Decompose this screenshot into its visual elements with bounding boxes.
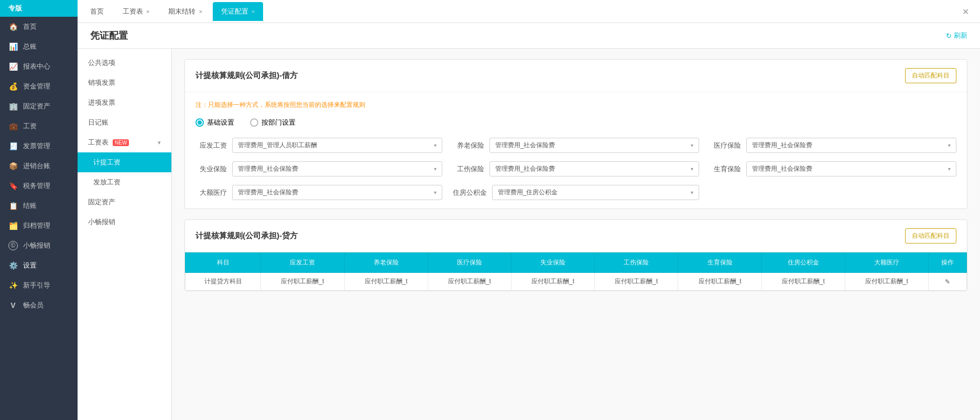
sidebar-item-ledger[interactable]: 📊 总账 — [0, 37, 78, 57]
dept-setting-radio[interactable]: 按部门设置 — [250, 118, 296, 127]
nav-purchase-invoice-label: 进项发票 — [88, 98, 115, 107]
sidebar-item-archive[interactable]: 🗂️ 归档管理 — [0, 216, 78, 236]
sidebar-item-funds[interactable]: 💰 资金管理 — [0, 76, 78, 96]
nav-payroll-table[interactable]: 工资表 NEW ▾ — [78, 132, 171, 152]
debit-section-body: 注：只能选择一种方式，系统将按照您当前的选择来配置规则 基础设置 按部门设置 — [185, 92, 967, 208]
edit-icon[interactable]: ✎ — [945, 278, 950, 285]
cell-action[interactable]: ✎ — [929, 273, 967, 291]
debit-section-title: 计提核算规则(公司承担)-借方 — [195, 71, 298, 81]
select-work-injury[interactable]: 管理费用_社会保险费 ▾ — [489, 161, 700, 176]
nav-xiaochang-expense[interactable]: 小畅报销 — [78, 212, 171, 232]
main-area: 首页 工资表 × 期末结转 × 凭证配置 × ✕ 凭证配置 ↻ 刷新 公共选项 — [78, 0, 980, 420]
select-maternity[interactable]: 管理费用_社会保险费 ▾ — [746, 161, 956, 176]
tab-payroll[interactable]: 工资表 × — [114, 2, 158, 21]
tax-icon: 🔖 — [8, 181, 18, 191]
select-pension[interactable]: 管理费用_社会保险费 ▾ — [489, 138, 700, 153]
credit-table: 科目 应发工资 养老保险 医疗保险 失业保险 工伤保险 生育保险 住房公积金 大… — [185, 252, 967, 291]
sidebar-label-reports: 报表中心 — [23, 62, 50, 71]
salary-icon: 💼 — [8, 121, 18, 131]
sidebar-item-home[interactable]: 🏠 首页 — [0, 17, 78, 37]
credit-section-header: 计提核算规则(公司承担)-贷方 自动匹配科目 — [185, 220, 967, 252]
select-large-medical[interactable]: 管理费用_社会保险费 ▾ — [232, 185, 442, 200]
nav-public[interactable]: 公共选项 — [78, 53, 171, 73]
col-header-category: 科目 — [186, 253, 261, 273]
nav-fixed-assets[interactable]: 固定资产 — [78, 192, 171, 212]
tab-bar: 首页 工资表 × 期末结转 × 凭证配置 × ✕ — [78, 0, 980, 23]
nav-issue-salary-label: 发放工资 — [93, 178, 121, 187]
tab-voucher-config[interactable]: 凭证配置 × — [213, 2, 263, 21]
sidebar-item-invoice[interactable]: 🧾 发票管理 — [0, 136, 78, 156]
cell-category: 计提贷方科目 — [186, 273, 261, 291]
guide-icon: ✨ — [8, 281, 18, 290]
nav-purchase-invoice[interactable]: 进项发票 — [78, 93, 171, 113]
value-pension: 管理费用_社会保险费 — [495, 141, 556, 150]
credit-section-title: 计提核算规则(公司承担)-贷方 — [195, 231, 298, 241]
select-applied-salary[interactable]: 管理费用_管理人员职工薪酬 ▾ — [232, 138, 442, 153]
value-work-injury: 管理费用_社会保险费 — [495, 164, 556, 173]
window-close-button[interactable]: ✕ — [959, 5, 972, 18]
tab-voucher-config-close[interactable]: × — [252, 8, 255, 15]
sidebar-item-salary[interactable]: 💼 工资 — [0, 116, 78, 136]
sidebar-item-inventory[interactable]: 📦 进销台账 — [0, 156, 78, 176]
refresh-label: 刷新 — [954, 31, 967, 40]
sidebar-item-guide[interactable]: ✨ 新手引导 — [0, 275, 78, 295]
sidebar-item-reports[interactable]: 📈 报表中心 — [0, 57, 78, 76]
cell-housing: 应付职工薪酬_t — [761, 273, 845, 291]
sidebar-item-assets[interactable]: 🏢 固定资产 — [0, 96, 78, 116]
credit-section-body: 科目 应发工资 养老保险 医疗保险 失业保险 工伤保险 生育保险 住房公积金 大… — [185, 252, 967, 291]
home-icon: 🏠 — [8, 22, 18, 31]
nav-issue-salary[interactable]: 发放工资 — [78, 172, 171, 192]
cell-medical: 应付职工薪酬_t — [428, 273, 511, 291]
credit-auto-match-button[interactable]: 自动匹配科目 — [905, 228, 956, 244]
select-medical[interactable]: 管理费用_社会保险费 ▾ — [746, 138, 956, 153]
tab-payroll-close[interactable]: × — [146, 8, 149, 15]
left-nav: 公共选项 销项发票 进项发票 日记账 工资表 NEW ▾ 计提工资 — [78, 49, 172, 420]
app-edition: 专版 — [0, 0, 78, 17]
tab-home[interactable]: 首页 — [82, 2, 112, 21]
field-applied-salary: 应发工资 管理费用_管理人员职工薪酬 ▾ — [195, 138, 442, 153]
sidebar-item-member[interactable]: V 畅会员 — [0, 295, 78, 315]
sidebar-label-ledger: 总账 — [23, 42, 37, 51]
field-housing-fund: 住房公积金 管理费用_住房公积金 ▾ — [453, 185, 700, 200]
xiaochang-icon: © — [8, 241, 18, 250]
col-header-housing: 住房公积金 — [761, 253, 845, 273]
sidebar-label-xiaochang: 小畅报销 — [23, 241, 50, 250]
dept-radio-circle[interactable] — [250, 118, 258, 127]
sidebar-item-tax[interactable]: 🔖 税务管理 — [0, 176, 78, 196]
sidebar-label-assets: 固定资产 — [23, 102, 50, 111]
label-maternity: 生育保险 — [710, 164, 741, 174]
new-badge: NEW — [113, 139, 129, 146]
cell-large-medical: 应付职工薪酬_t — [845, 273, 928, 291]
debit-auto-match-button[interactable]: 自动匹配科目 — [905, 68, 956, 83]
nav-journal[interactable]: 日记账 — [78, 113, 171, 132]
field-medical: 医疗保险 管理费用_社会保险费 ▾ — [710, 138, 956, 153]
col-header-unemployment: 失业保险 — [511, 253, 594, 273]
tab-period-close[interactable]: 期末结转 × — [160, 2, 210, 21]
tab-period-close-close[interactable]: × — [199, 8, 202, 15]
nav-calc-salary[interactable]: 计提工资 — [78, 152, 171, 172]
refresh-button[interactable]: ↻ 刷新 — [946, 31, 967, 40]
select-housing-fund[interactable]: 管理费用_住房公积金 ▾ — [492, 185, 700, 200]
archive-icon: 🗂️ — [8, 221, 18, 230]
basic-setting-radio[interactable]: 基础设置 — [195, 118, 234, 127]
select-unemployment[interactable]: 管理费用_社会保险费 ▾ — [232, 161, 442, 176]
field-work-injury: 工伤保险 管理费用_社会保险费 ▾ — [453, 161, 700, 176]
sidebar-label-member: 畅会员 — [23, 301, 43, 310]
chevron-large-medical: ▾ — [434, 190, 437, 195]
nav-sales-invoice[interactable]: 销项发票 — [78, 73, 171, 93]
sidebar-label-salary: 工资 — [23, 121, 37, 131]
col-header-salary: 应发工资 — [261, 253, 344, 273]
sidebar-item-settings[interactable]: ⚙️ 设置 — [0, 256, 78, 275]
nav-public-label: 公共选项 — [88, 58, 115, 68]
inventory-icon: 📦 — [8, 161, 18, 171]
dept-setting-label: 按部门设置 — [262, 118, 296, 127]
col-header-medical: 医疗保险 — [428, 253, 511, 273]
chevron-work-injury: ▾ — [691, 166, 693, 172]
field-maternity: 生育保险 管理费用_社会保险费 ▾ — [710, 161, 956, 176]
tab-payroll-label: 工资表 — [123, 7, 143, 16]
tab-home-label: 首页 — [90, 7, 104, 16]
sidebar-label-invoice: 发票管理 — [23, 141, 50, 151]
basic-radio-circle[interactable] — [195, 118, 204, 127]
sidebar-item-close[interactable]: 📋 结账 — [0, 196, 78, 216]
sidebar-item-xiaochang[interactable]: © 小畅报销 — [0, 236, 78, 256]
